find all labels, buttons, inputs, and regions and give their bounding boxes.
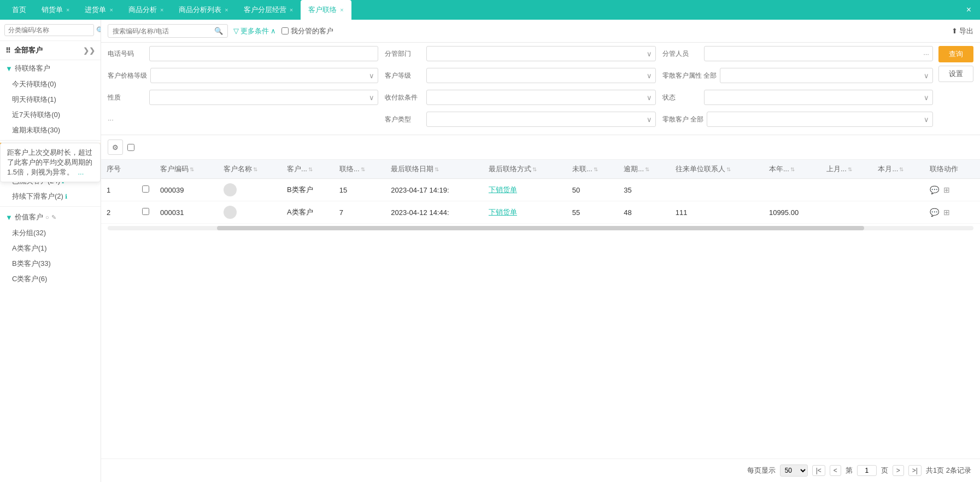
- cell-this-month-2: [872, 201, 924, 224]
- table-row: 2 000031 A类客户 7 2023-04-12 14:44: 下销货单: [101, 201, 980, 224]
- customer-level-select[interactable]: ∨: [426, 68, 655, 83]
- sidebar-item-today[interactable]: 今天待联络(0): [0, 77, 101, 92]
- extra-filter-dots[interactable]: ···: [108, 115, 114, 124]
- close-product-analysis-tab[interactable]: ×: [160, 7, 163, 13]
- sort-method-icon: ⇅: [532, 166, 537, 172]
- cell-actions-1: 💬 ⊞: [924, 179, 980, 201]
- row1-action-more[interactable]: ⊞: [943, 185, 950, 194]
- phone-input[interactable]: [149, 46, 378, 61]
- payment-select[interactable]: ∨: [426, 90, 655, 105]
- select-all-checkbox[interactable]: [127, 144, 134, 151]
- customer-type-select[interactable]: ∨: [426, 112, 655, 127]
- filter-nature: 性质 ∨: [108, 90, 378, 105]
- sidebar-item-continuous-down[interactable]: 持续下滑客户(2) ℹ: [0, 189, 101, 204]
- row2-action-more[interactable]: ⊞: [943, 208, 950, 217]
- more-conditions-btn[interactable]: ▽ 更多条件 ∧: [233, 26, 276, 36]
- close-product-list-tab[interactable]: ×: [225, 7, 228, 13]
- cell-overdue-1: 35: [618, 179, 670, 201]
- sidebar-item-overdue[interactable]: 逾期未联络(30): [0, 123, 101, 138]
- my-customers-checkbox[interactable]: [281, 27, 289, 34]
- col-this-year[interactable]: 本年...⇅: [764, 160, 821, 179]
- sidebar-item-tomorrow[interactable]: 明天待联络(1): [0, 92, 101, 107]
- col-last-date[interactable]: 最后联络日期⇅: [385, 160, 483, 179]
- filter-retail-attr: 零散客户属性 全部 ∨: [662, 68, 933, 83]
- value-customer-group[interactable]: ▼ 价值客户 ○ ✎: [0, 209, 101, 225]
- close-customer-tier-tab[interactable]: ×: [290, 7, 293, 13]
- export-button[interactable]: ⬆ 导出: [952, 26, 973, 36]
- nav-tab-sales[interactable]: 销货单 ×: [34, 0, 77, 20]
- query-button[interactable]: 查询: [938, 46, 973, 62]
- per-page-select[interactable]: 50 20 100: [780, 464, 808, 477]
- search-icon[interactable]: 🔍: [214, 27, 223, 35]
- cell-last-month-1: [821, 179, 873, 201]
- row2-checkbox[interactable]: [142, 208, 149, 215]
- value-customer-arrow: ▼: [5, 213, 13, 222]
- table-settings-gear[interactable]: ⚙: [108, 140, 123, 155]
- sidebar-item-7days[interactable]: 近7天待联络(0): [0, 107, 101, 123]
- close-sales-tab[interactable]: ×: [66, 7, 69, 13]
- col-last-method[interactable]: 最后联络方式⇅: [483, 160, 567, 179]
- nav-tab-product-list[interactable]: 商品分析列表 ×: [171, 0, 236, 20]
- search-input[interactable]: [113, 27, 214, 35]
- sidebar-item-c-class[interactable]: C类客户(6): [0, 271, 101, 287]
- status-select[interactable]: ∨: [704, 90, 933, 105]
- horizontal-scrollbar[interactable]: [108, 226, 973, 230]
- last-page-btn[interactable]: >|: [908, 465, 922, 476]
- cell-code-2: 000031: [155, 201, 218, 224]
- row1-action-chat[interactable]: 💬: [930, 185, 939, 194]
- nav-tab-customer-contact[interactable]: 客户联络 ×: [301, 0, 351, 20]
- table-toolbar: ⚙: [101, 135, 980, 160]
- prev-page-btn[interactable]: <: [830, 465, 841, 476]
- last-method-link-2[interactable]: 下销货单: [489, 208, 517, 216]
- pending-contact-group[interactable]: ▼ 待联络客户: [0, 60, 101, 77]
- tooltip-more-link[interactable]: ...: [78, 168, 84, 176]
- row1-checkbox[interactable]: [142, 185, 149, 193]
- first-page-btn[interactable]: |<: [812, 465, 825, 476]
- dept-select[interactable]: ∨: [426, 46, 655, 61]
- filter-retail-customer: 零散客户 全部 ∨: [662, 112, 933, 127]
- nav-tab-customer-tier[interactable]: 客户分层经营 ×: [236, 0, 301, 20]
- col-code[interactable]: 客户编码⇅: [155, 160, 218, 179]
- page-number-input[interactable]: [857, 465, 877, 476]
- col-last-month[interactable]: 上月...⇅: [821, 160, 873, 179]
- manager-select[interactable]: ···: [704, 46, 933, 61]
- page-label: 第: [846, 466, 853, 475]
- all-customers-header[interactable]: ⠿ 全部客户 ❯❯: [0, 41, 101, 60]
- nav-tab-product-analysis[interactable]: 商品分析 ×: [121, 0, 171, 20]
- value-customer-edit-icon[interactable]: ✎: [51, 214, 56, 221]
- nav-tab-purchase[interactable]: 进货单 ×: [77, 0, 120, 20]
- col-contact-count[interactable]: 联络...⇅: [334, 160, 386, 179]
- sidebar-item-a-class[interactable]: A类客户(1): [0, 241, 101, 256]
- close-purchase-tab[interactable]: ×: [109, 7, 113, 13]
- sidebar-search-input[interactable]: [4, 24, 94, 36]
- next-page-btn[interactable]: >: [893, 465, 904, 476]
- cell-last-method-1: 下销货单: [483, 179, 567, 201]
- col-not-contacted[interactable]: 未联...⇅: [567, 160, 619, 179]
- value-customer-circle-icon[interactable]: ○: [45, 214, 49, 220]
- col-type[interactable]: 客户...⇅: [281, 160, 334, 179]
- retail-customer-select[interactable]: ∨: [707, 112, 933, 127]
- last-method-link-1[interactable]: 下销货单: [489, 185, 517, 194]
- retail-attr-chevron: ∨: [924, 72, 929, 80]
- col-contacts[interactable]: 往来单位联系人⇅: [670, 160, 764, 179]
- filter-settings-button[interactable]: 设置: [938, 66, 973, 82]
- nature-select[interactable]: ∨: [149, 90, 378, 105]
- sidebar-item-b-class[interactable]: B类客户(33): [0, 256, 101, 271]
- nav-tab-home[interactable]: 首页: [4, 0, 34, 20]
- price-level-select[interactable]: ∨: [150, 68, 378, 83]
- filter-row-3: 性质 ∨ 收付款条件 ∨ 状态: [108, 86, 933, 108]
- retail-attr-select[interactable]: ∨: [720, 68, 933, 83]
- close-customer-contact-tab[interactable]: ×: [340, 7, 343, 13]
- sidebar-item-ungroup[interactable]: 未分组(32): [0, 225, 101, 241]
- col-overdue[interactable]: 逾期...⇅: [618, 160, 670, 179]
- status-chevron: ∨: [924, 94, 929, 102]
- collapse-sidebar-icon[interactable]: ❯❯: [83, 47, 95, 55]
- customer-table: 序号 客户编码⇅ 客户名称⇅ 客户...⇅ 联络...⇅ 最后联络日期⇅ 最后联…: [101, 160, 980, 224]
- col-name[interactable]: 客户名称⇅: [218, 160, 281, 179]
- col-this-month[interactable]: 本月...⇅: [872, 160, 924, 179]
- close-all-button[interactable]: ×: [962, 5, 976, 15]
- scroll-thumb[interactable]: [217, 226, 864, 230]
- row2-action-chat[interactable]: 💬: [930, 208, 939, 217]
- sidebar-search-icon[interactable]: 🔍: [96, 26, 101, 34]
- cell-seq-2: 2: [101, 201, 137, 224]
